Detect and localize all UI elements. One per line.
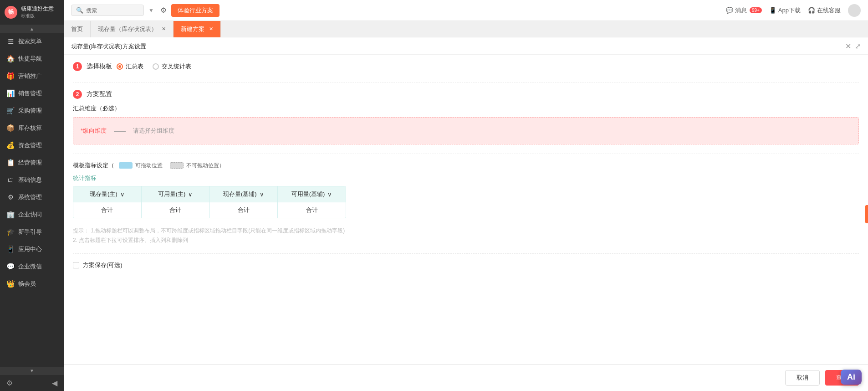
dimension-required-star: *纵向维度 [81,127,107,135]
stats-col-1-header[interactable]: 现存量(主) ∨ [73,186,142,202]
collapse-icon[interactable]: ◀ [52,379,57,387]
section2-header: 2 方案配置 [73,90,859,99]
message-badge: 99+ [750,7,762,13]
tab-home[interactable]: 首页 [64,21,91,37]
sidebar-item-enterprise[interactable]: 🏢 企业协同 [0,206,64,223]
sidebar-item-wechat[interactable]: 💬 企业微信 [0,258,64,275]
dimension-box[interactable]: *纵向维度 —— 请选择分组维度 [73,117,859,144]
sidebar-item-inventory[interactable]: 📦 库存核算 [0,119,64,137]
sidebar-item-basic-info[interactable]: 🗂 基础信息 [0,171,64,189]
ai-badge[interactable]: Ai [841,370,862,385]
sidebar-item-label: 基础信息 [18,176,42,184]
tab-inventory-close-icon[interactable]: ✕ [162,26,166,32]
legend-draggable-label: 可拖动位置 [135,162,163,170]
template-radio-group: 汇总表 交叉统计表 [117,62,191,71]
app-download-button[interactable]: 📱 App下载 [769,6,801,15]
sidebar-item-label: 营销推广 [18,72,42,80]
sidebar-item-app-center[interactable]: 📱 应用中心 [0,241,64,258]
section1-header: 1 选择模板 汇总表 交叉统计表 [73,62,859,71]
sidebar-item-quick-nav[interactable]: 🏠 快捷导航 [0,50,64,67]
cancel-button[interactable]: 取消 [785,370,820,386]
stats-col-2-header[interactable]: 可用量(主) ∨ [142,186,210,202]
sidebar-item-newcomer[interactable]: 🎓 新手引导 [0,223,64,241]
sidebar-item-search-menu[interactable]: ☰ 搜索菜单 [0,33,64,50]
indicator-label: 模板指标设定（ 可拖动位置 不可拖动位置） [73,161,859,170]
box-icon: 📦 [6,124,15,132]
search-icon: 🔍 [76,7,83,14]
indicator-legend: 可拖动位置 不可拖动位置） [119,162,225,170]
form-content: 1 选择模板 汇总表 交叉统计表 [64,55,868,364]
stats-col-1-label: 现存量(主) [90,190,117,198]
stats-col-4-header[interactable]: 可用量(基辅) ∨ [278,186,346,202]
settings-panel: 现存量(库存状况表)方案设置 ✕ ⤢ 1 选择模板 [64,37,868,391]
dimension-arrow: —— [114,128,126,134]
panel-actions: ✕ ⤢ [845,42,861,51]
service-button[interactable]: 🎧 在线客服 [808,6,841,15]
user-avatar[interactable] [848,4,861,17]
sidebar-item-vip[interactable]: 👑 畅会员 [0,275,64,293]
sidebar-item-purchase[interactable]: 🛒 采购管理 [0,102,64,119]
sidebar-item-finance[interactable]: 💰 资金管理 [0,137,64,154]
tab-inventory-status[interactable]: 现存量（库存状况表） ✕ [91,21,174,37]
stats-col-3-header[interactable]: 现存量(基辅) ∨ [210,186,278,202]
gift-icon: 🎁 [6,72,15,80]
sidebar-scroll-down[interactable]: ▼ [0,367,64,375]
radio-cross-label: 交叉统计表 [162,62,191,71]
panel-close-icon[interactable]: ✕ [845,42,851,51]
radio-summary-label: 汇总表 [126,62,143,71]
hint-1: 提示： 1.拖动标题栏可以调整布局，不可跨维度或指标区域拖动栏目字段(只能在同一… [73,227,859,235]
search-dropdown-icon[interactable]: ▼ [148,7,154,14]
tab-home-label: 首页 [71,25,83,33]
sidebar-item-marketing[interactable]: 🎁 营销推广 [0,67,64,85]
chevron-down-icon-4: ∨ [327,191,332,198]
message-button[interactable]: 💬 消息 99+ [726,6,762,15]
search-input[interactable] [86,7,132,14]
sidebar-item-label: 快捷导航 [18,55,42,63]
dimension-placeholder: 请选择分组维度 [133,127,174,135]
sidebar-item-system[interactable]: ⚙ 系统管理 [0,189,64,206]
panel-expand-icon[interactable]: ⤢ [855,42,861,51]
sidebar-item-label: 企业微信 [18,262,42,271]
sidebar-nav: ☰ 搜索菜单 🏠 快捷导航 🎁 营销推广 📊 销售管理 🛒 采购管理 📦 库存核… [0,33,64,367]
radio-summary[interactable]: 汇总表 [117,62,143,71]
app-version: 标准版 [21,13,54,19]
app-name: 畅康通好生意 [21,5,54,13]
sidebar-item-label: 资金管理 [18,141,42,149]
stats-table: 现存量(主) ∨ 可用量(主) ∨ 现存量(基辅) ∨ [73,186,346,218]
section-divider-1 [73,82,859,82]
home-icon: 🏠 [6,55,15,63]
stats-cell-2: 合计 [142,202,210,218]
app-logo-icon: 畅 [5,6,17,19]
sidebar-item-management[interactable]: 📋 经营管理 [0,154,64,171]
template-section: 1 选择模板 汇总表 交叉统计表 [73,62,859,71]
search-box[interactable]: 🔍 [71,5,144,16]
legend-box-draggable [119,162,133,169]
section2-number: 2 [73,90,82,99]
panel-header: 现存量(库存状况表)方案设置 ✕ ⤢ [64,37,868,55]
indicator-label-text: 模板指标设定（ [73,161,114,170]
stats-header-row: 现存量(主) ∨ 可用量(主) ∨ 现存量(基辅) ∨ [73,186,346,202]
sidebar-item-label: 采购管理 [18,107,42,115]
settings-icon[interactable]: ⚙ [6,379,13,387]
tab-new-scheme-close-icon[interactable]: ✕ [209,26,213,32]
section2-title: 方案配置 [87,90,112,98]
topbar: 🔍 ▼ ⚙ 体验行业方案 💬 消息 99+ 📱 App下载 🎧 在线客服 [64,0,868,21]
tab-new-scheme[interactable]: 新建方案 ✕ [174,21,221,37]
radio-cross[interactable]: 交叉统计表 [153,62,191,71]
chart-icon: 📊 [6,89,15,98]
save-checkbox[interactable] [73,262,79,268]
tabs-bar: 首页 现存量（库存状况表） ✕ 新建方案 ✕ [64,21,868,37]
footer-bar: 取消 查询 [64,364,868,391]
clipboard-icon: 📋 [6,159,15,167]
legend-box-non-draggable [170,162,184,169]
sidebar-scroll-up[interactable]: ▲ [0,25,64,33]
topbar-gear-icon[interactable]: ⚙ [160,6,167,15]
trial-button[interactable]: 体验行业方案 [171,4,220,17]
chevron-down-icon-1: ∨ [120,191,125,198]
sidebar: 畅 畅康通好生意 标准版 ▲ ☰ 搜索菜单 🏠 快捷导航 🎁 营销推广 📊 销售… [0,0,64,391]
folder-icon: 🗂 [6,176,15,184]
sidebar-item-sales[interactable]: 📊 销售管理 [0,85,64,102]
building-icon: 🏢 [6,211,15,219]
topbar-right: 💬 消息 99+ 📱 App下载 🎧 在线客服 [726,4,861,17]
search-menu-icon: ☰ [6,37,15,46]
